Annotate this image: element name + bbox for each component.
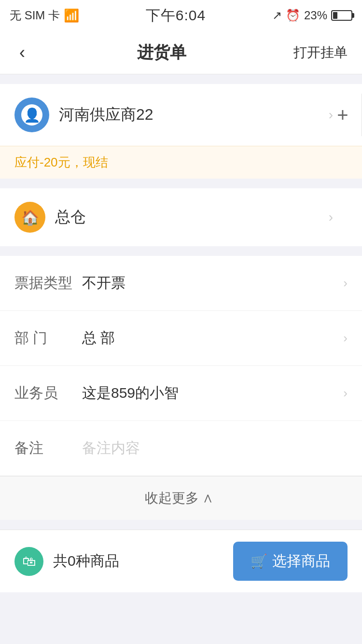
supplier-avatar: 👤 [14, 98, 49, 132]
supplier-row[interactable]: 👤 河南供应商22 › + [0, 84, 362, 146]
bottom-bar: 🛍 共0种商品 🛒 选择商品 [0, 530, 362, 592]
select-product-button[interactable]: 🛒 选择商品 [233, 542, 348, 581]
avatar-inner: 👤 [21, 104, 42, 126]
alarm-icon: ⏰ [286, 9, 300, 22]
invoice-type-label: 票据类型 [14, 273, 82, 293]
plus-icon: + [337, 104, 348, 126]
salesperson-chevron-icon: › [343, 386, 348, 401]
invoice-type-row[interactable]: 票据类型 不开票 › [0, 256, 362, 311]
department-chevron-icon: › [343, 331, 348, 346]
section-gap-4 [0, 520, 362, 530]
department-value: 总 部 [82, 328, 343, 348]
warehouse-row[interactable]: 🏠 总仓 › [0, 188, 362, 246]
salesperson-row[interactable]: 业务员 这是859的小智 › [0, 366, 362, 421]
remark-label: 备注 [14, 438, 82, 458]
product-count: 共0种商品 [53, 551, 233, 571]
supplier-name: 河南供应商22 [59, 104, 329, 126]
select-product-label: 选择商品 [272, 551, 330, 571]
notice-bar: 应付-20元，现结 [0, 146, 362, 179]
open-pending-button[interactable]: 打开挂单 [293, 43, 348, 62]
collapse-label: 收起更多 ∧ [145, 489, 214, 507]
battery-icon [331, 10, 352, 21]
avatar-person-icon: 👤 [24, 107, 41, 123]
page-background [0, 592, 362, 644]
form-card: 票据类型 不开票 › 部 门 总 部 › 业务员 这是859的小智 › 备注 备… [0, 256, 362, 520]
battery-pct: 23% [304, 9, 327, 22]
status-left: 无 SIM 卡 📶 [10, 8, 79, 23]
remark-value: 备注内容 [82, 438, 348, 458]
product-bag-icon: 🛍 [22, 553, 36, 569]
status-bar: 无 SIM 卡 📶 下午6:04 ↗ ⏰ 23% [0, 0, 362, 31]
warehouse-name: 总仓 [55, 207, 329, 228]
salesperson-label: 业务员 [14, 383, 82, 403]
section-gap-3 [0, 246, 362, 256]
product-icon-wrap: 🛍 [14, 547, 43, 576]
collapse-toggle[interactable]: 收起更多 ∧ [0, 476, 362, 520]
time-label: 下午6:04 [146, 6, 206, 26]
nav-bar: ‹ 进货单 打开挂单 [0, 31, 362, 74]
page-title: 进货单 [137, 42, 186, 64]
warehouse-card: 🏠 总仓 › [0, 188, 362, 246]
department-row[interactable]: 部 门 总 部 › [0, 311, 362, 366]
status-right: ↗ ⏰ 23% [272, 9, 352, 22]
invoice-type-chevron-icon: › [343, 276, 348, 291]
remark-row[interactable]: 备注 备注内容 [0, 421, 362, 476]
location-icon: ↗ [272, 9, 282, 22]
warehouse-icon: 🏠 [21, 209, 39, 226]
warehouse-icon-wrap: 🏠 [14, 202, 45, 233]
supplier-card: 👤 河南供应商22 › + 应付-20元，现结 [0, 84, 362, 179]
add-supplier-button[interactable]: + [323, 84, 362, 146]
section-gap-2 [0, 179, 362, 188]
section-gap-1 [0, 74, 362, 84]
wifi-icon: 📶 [64, 8, 79, 23]
back-button[interactable]: ‹ [14, 38, 30, 68]
carrier-label: 无 SIM 卡 [10, 8, 60, 23]
department-label: 部 门 [14, 328, 82, 348]
warehouse-chevron-icon: › [329, 210, 333, 225]
select-product-icon: 🛒 [251, 553, 267, 569]
salesperson-value: 这是859的小智 [82, 383, 343, 403]
invoice-type-value: 不开票 [82, 273, 343, 293]
notice-text: 应付-20元，现结 [14, 155, 108, 169]
